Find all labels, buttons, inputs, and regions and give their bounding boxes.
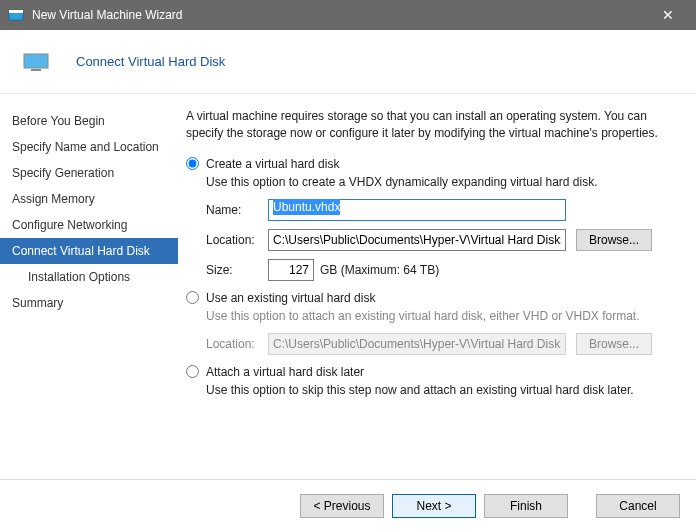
svg-rect-1 xyxy=(9,10,23,13)
previous-button[interactable]: < Previous xyxy=(300,494,384,518)
wizard-sys-icon xyxy=(8,7,24,23)
label-vhd-location: Location: xyxy=(206,233,268,247)
label-attach-later: Attach a virtual hard disk later xyxy=(206,365,364,379)
step-summary[interactable]: Summary xyxy=(0,290,178,316)
desc-existing-vhd: Use this option to attach an existing vi… xyxy=(186,309,682,323)
option-attach-later: Attach a virtual hard disk later Use thi… xyxy=(186,365,682,397)
step-assign-memory[interactable]: Assign Memory xyxy=(0,186,178,212)
step-configure-networking[interactable]: Configure Networking xyxy=(0,212,178,238)
option-create-vhd: Create a virtual hard disk Use this opti… xyxy=(186,157,682,281)
page-title: Connect Virtual Hard Disk xyxy=(76,54,225,69)
radio-existing-vhd[interactable] xyxy=(186,291,199,304)
step-specify-generation[interactable]: Specify Generation xyxy=(0,160,178,186)
close-icon[interactable]: ✕ xyxy=(648,7,688,23)
wizard-footer: < Previous Next > Finish Cancel xyxy=(0,479,696,531)
svg-rect-4 xyxy=(31,69,41,71)
wizard-main: A virtual machine requires storage so th… xyxy=(178,94,696,479)
wizard-header: Connect Virtual Hard Disk xyxy=(0,30,696,94)
label-vhd-size-unit: GB (Maximum: 64 TB) xyxy=(320,263,439,277)
label-create-vhd: Create a virtual hard disk xyxy=(206,157,339,171)
step-connect-virtual-hard-disk[interactable]: Connect Virtual Hard Disk xyxy=(0,238,178,264)
option-existing-vhd: Use an existing virtual hard disk Use th… xyxy=(186,291,682,355)
window-title: New Virtual Machine Wizard xyxy=(32,8,648,22)
desc-create-vhd: Use this option to create a VHDX dynamic… xyxy=(186,175,682,189)
input-vhd-location[interactable] xyxy=(268,229,566,251)
finish-button[interactable]: Finish xyxy=(484,494,568,518)
wizard-sidebar: Before You Begin Specify Name and Locati… xyxy=(0,94,178,479)
label-vhd-name: Name: xyxy=(206,203,268,217)
label-existing-location: Location: xyxy=(206,337,268,351)
cancel-button[interactable]: Cancel xyxy=(596,494,680,518)
input-vhd-size[interactable] xyxy=(268,259,314,281)
input-existing-location xyxy=(268,333,566,355)
label-existing-vhd: Use an existing virtual hard disk xyxy=(206,291,375,305)
input-vhd-name[interactable]: Ubuntu.vhdx xyxy=(268,199,566,221)
titlebar: New Virtual Machine Wizard ✕ xyxy=(0,0,696,30)
step-installation-options[interactable]: Installation Options xyxy=(0,264,178,290)
browse-location-button[interactable]: Browse... xyxy=(576,229,652,251)
svg-rect-2 xyxy=(24,54,48,68)
next-button[interactable]: Next > xyxy=(392,494,476,518)
radio-create-vhd[interactable] xyxy=(186,157,199,170)
desc-attach-later: Use this option to skip this step now an… xyxy=(186,383,682,397)
radio-attach-later[interactable] xyxy=(186,365,199,378)
step-before-you-begin[interactable]: Before You Begin xyxy=(0,108,178,134)
intro-text: A virtual machine requires storage so th… xyxy=(186,108,682,143)
step-specify-name-location[interactable]: Specify Name and Location xyxy=(0,134,178,160)
wizard-header-icon xyxy=(22,52,50,72)
browse-existing-button: Browse... xyxy=(576,333,652,355)
label-vhd-size: Size: xyxy=(206,263,268,277)
